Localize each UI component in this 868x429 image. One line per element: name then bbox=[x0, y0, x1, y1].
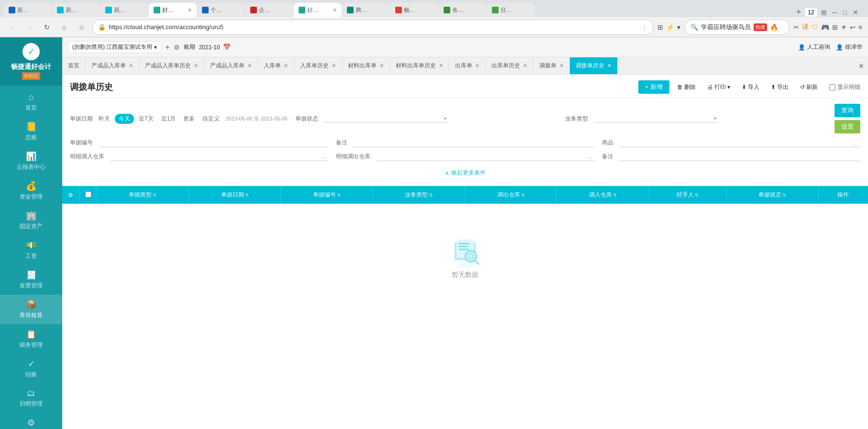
app-tab-4-close[interactable]: ✕ bbox=[284, 63, 288, 69]
app-tab-1-close[interactable]: ✕ bbox=[129, 63, 133, 69]
product-more-icon[interactable]: … bbox=[853, 139, 858, 146]
sidebar-item-settle[interactable]: ✓ 结账 bbox=[0, 354, 62, 384]
app-tab-10[interactable]: 调拨单 ✕ bbox=[534, 57, 570, 75]
dropdown-arrow[interactable]: ▾ bbox=[677, 23, 680, 31]
sidebar-item-inventory[interactable]: 📦 库存核算 bbox=[0, 295, 62, 324]
th-settings[interactable]: ⚙ bbox=[62, 186, 79, 204]
collapse-btn[interactable]: ∧ 收起更多条件 bbox=[70, 166, 860, 180]
detail-out-more-icon[interactable]: … bbox=[587, 153, 592, 160]
browser-tab-4-close[interactable]: ✕ bbox=[188, 7, 192, 13]
browser-tab-7[interactable]: 好… ✕ bbox=[294, 3, 342, 17]
app-tab-7[interactable]: 材料出库单历史 ✕ bbox=[390, 57, 449, 75]
translate-icon[interactable]: 译 bbox=[802, 23, 809, 32]
browser-tab-9[interactable]: 畅… bbox=[390, 3, 438, 17]
sidebar-item-wages[interactable]: 💵 工资 bbox=[0, 235, 62, 265]
detail-out-select[interactable]: … bbox=[376, 152, 594, 161]
maximize-button[interactable]: □ bbox=[841, 9, 849, 16]
browser-tab-1[interactable]: 新… bbox=[4, 3, 52, 17]
forward-button[interactable]: → bbox=[23, 21, 36, 34]
date-btn-more[interactable]: 更多 bbox=[180, 114, 198, 124]
sidebar-item-home[interactable]: ⌂ 首页 bbox=[0, 88, 62, 117]
minimize-button[interactable]: ─ bbox=[831, 9, 839, 16]
period-selector[interactable]: 账期 2021-10 📅 bbox=[184, 43, 231, 51]
app-tab-5[interactable]: 入库单历史 ✕ bbox=[294, 57, 342, 75]
export-btn[interactable]: ⬆ 导出 bbox=[767, 81, 792, 93]
app-tab-3-close[interactable]: ✕ bbox=[247, 63, 252, 69]
date-btn-custom[interactable]: 自定义 bbox=[200, 114, 223, 124]
app-tab-8[interactable]: 出库单 ✕ bbox=[449, 57, 486, 75]
select-all-checkbox[interactable] bbox=[85, 191, 91, 198]
address-bar[interactable]: 🔒 https://cloud.chanjet.com/accounting/u… bbox=[92, 20, 654, 35]
app-tab-home[interactable]: 首页 bbox=[62, 57, 86, 75]
app-tab-5-close[interactable]: ✕ bbox=[332, 63, 336, 69]
th-order-type[interactable]: 单据类型 ⇅ bbox=[97, 186, 189, 204]
th-order-status[interactable]: 单据状态 ⇅ bbox=[726, 186, 818, 204]
browser-tab-8[interactable]: 腾… bbox=[342, 3, 390, 17]
home-button[interactable]: ⌂ bbox=[57, 21, 71, 34]
brightness-icon[interactable]: ☀ bbox=[841, 23, 847, 31]
refresh-btn[interactable]: ↺ 刷新 bbox=[796, 81, 822, 93]
sidebar-item-ledger[interactable]: 📒 总账 bbox=[0, 117, 62, 146]
browser-tab-5[interactable]: 个… bbox=[197, 3, 245, 17]
app-tab-8-close[interactable]: ✕ bbox=[475, 63, 479, 69]
th-transfer-in[interactable]: 调入仓库 ⇅ bbox=[557, 186, 649, 204]
user-btn[interactable]: 👤 徐泽华 bbox=[836, 43, 862, 51]
scissors-icon[interactable]: ✂ bbox=[793, 23, 799, 31]
app-tab-4[interactable]: 入库单 ✕ bbox=[258, 57, 294, 75]
close-button[interactable]: ✕ bbox=[851, 9, 860, 16]
product-select[interactable]: … bbox=[619, 138, 860, 147]
delete-btn[interactable]: 🗑 删除 bbox=[673, 81, 700, 93]
back-button[interactable]: ← bbox=[6, 21, 19, 34]
import-btn[interactable]: ⬇ 导入 bbox=[738, 81, 763, 93]
app-tab-1[interactable]: 产成品入库单 ✕ bbox=[86, 57, 139, 75]
remark-input[interactable] bbox=[353, 138, 594, 147]
consultant-btn[interactable]: 👤 人工咨询 bbox=[798, 43, 830, 51]
app-tab-6-close[interactable]: ✕ bbox=[379, 63, 384, 69]
undo-icon[interactable]: ↩ bbox=[850, 23, 856, 31]
th-transfer-out[interactable]: 调出仓库 ⇅ bbox=[465, 186, 556, 204]
business-type-select[interactable]: ▾ bbox=[594, 115, 718, 122]
grid-icon[interactable]: ⊞ bbox=[657, 23, 663, 31]
shield-icon[interactable]: 🛡 bbox=[812, 23, 818, 31]
th-order-no[interactable]: 单据编号 ⇅ bbox=[281, 186, 373, 204]
browser-tab-11[interactable]: 目… bbox=[487, 3, 535, 17]
browser-tab-6[interactable]: 企… bbox=[245, 3, 293, 17]
refresh-button[interactable]: ↻ bbox=[40, 21, 54, 34]
settings-table-icon[interactable]: ⚙ bbox=[68, 192, 73, 198]
new-tab-button[interactable]: + bbox=[794, 7, 803, 17]
search-bar[interactable]: 🔍 学霸应聘场驱鸟员 热搜 🔥 bbox=[684, 20, 790, 35]
app-tab-2[interactable]: 产成品入库单历史 ✕ bbox=[139, 57, 204, 75]
app-tab-9-close[interactable]: ✕ bbox=[523, 63, 527, 69]
game-icon[interactable]: 🎮 bbox=[821, 23, 829, 31]
settings-btn[interactable]: ⚙ bbox=[174, 44, 180, 51]
th-handler[interactable]: 经手人 ⇅ bbox=[649, 186, 726, 204]
print-btn[interactable]: 🖨 打印 ▾ bbox=[703, 81, 734, 93]
browser-tab-7-close[interactable]: ✕ bbox=[333, 7, 337, 13]
tab-menu-icon[interactable]: ⊞ bbox=[819, 9, 829, 16]
add-company-btn[interactable]: + bbox=[165, 43, 169, 52]
status-select[interactable]: ▾ bbox=[324, 115, 448, 122]
bookmark-button[interactable]: ☆ bbox=[75, 21, 88, 34]
display-checkbox[interactable] bbox=[829, 84, 835, 90]
sidebar-item-settings[interactable]: ⚙ 基础设置 bbox=[0, 413, 62, 429]
th-business-type[interactable]: 业务类型 ⇅ bbox=[373, 186, 465, 204]
query-btn[interactable]: 查询 bbox=[835, 104, 860, 117]
app-tab-11-close[interactable]: ✕ bbox=[607, 63, 612, 69]
browser-tab-4[interactable]: 好… ✕ bbox=[149, 3, 197, 17]
app-tab-7-close[interactable]: ✕ bbox=[439, 63, 443, 69]
settings-config-btn[interactable]: 设置 bbox=[835, 120, 860, 133]
app-tab-2-close[interactable]: ✕ bbox=[194, 63, 198, 69]
app-tab-9[interactable]: 出库单历史 ✕ bbox=[486, 57, 534, 75]
sidebar-item-assets[interactable]: 🏢 固定资产 bbox=[0, 206, 62, 235]
app-tab-6[interactable]: 材料出库单 ✕ bbox=[342, 57, 390, 75]
lightning-icon[interactable]: ⚡ bbox=[666, 23, 674, 31]
sidebar-item-tax[interactable]: 📋 税务管理 bbox=[0, 324, 62, 354]
tab-bar-close[interactable]: ✕ bbox=[858, 62, 868, 70]
th-checkbox[interactable] bbox=[79, 186, 97, 204]
detail-in-select[interactable]: … bbox=[110, 152, 328, 161]
browser-tab-10[interactable]: 各… bbox=[439, 3, 487, 17]
sidebar-item-archive[interactable]: 🗂 归档管理 bbox=[0, 384, 62, 413]
new-btn[interactable]: + 新增 bbox=[638, 80, 669, 94]
date-btn-7days[interactable]: 近7天 bbox=[136, 114, 156, 124]
th-order-date[interactable]: 单据日期 ⇅ bbox=[189, 186, 280, 204]
